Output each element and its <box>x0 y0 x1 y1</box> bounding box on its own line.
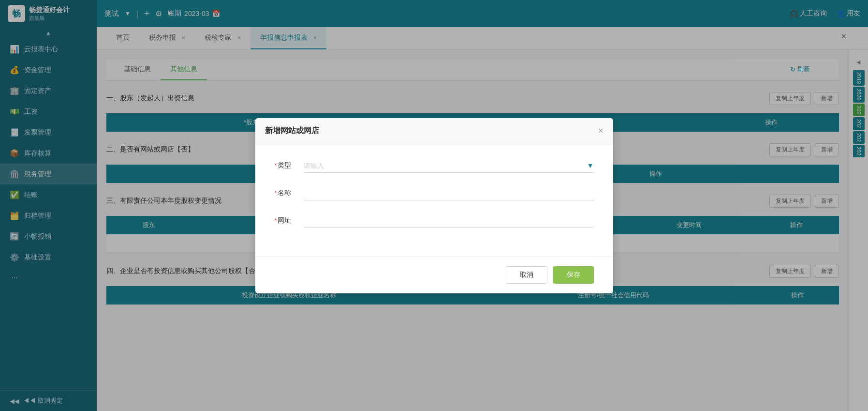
dialog-close-button[interactable]: × <box>598 126 603 136</box>
dialog-body: * 类型 ▼ * 名称 * <box>255 144 613 256</box>
form-row-type: * 类型 ▼ <box>275 159 594 173</box>
type-input[interactable] <box>304 159 594 173</box>
dialog-overlay: 新增网站或网店 × * 类型 ▼ * 名称 <box>0 0 868 411</box>
type-label: * 类型 <box>275 161 304 170</box>
cancel-button[interactable]: 取消 <box>506 266 547 284</box>
form-row-name: * 名称 <box>275 186 594 200</box>
type-input-wrap: ▼ <box>304 159 594 173</box>
name-label: * 名称 <box>275 189 304 198</box>
type-dropdown-icon[interactable]: ▼ <box>587 162 594 169</box>
dialog-header: 新增网站或网店 × <box>255 118 613 144</box>
dialog-title: 新增网站或网店 <box>265 126 319 136</box>
name-input[interactable] <box>304 186 594 200</box>
url-required-mark: * <box>275 217 277 224</box>
add-website-dialog: 新增网站或网店 × * 类型 ▼ * 名称 <box>255 118 613 293</box>
url-input-wrap <box>304 214 594 228</box>
type-required-mark: * <box>275 162 277 169</box>
url-input[interactable] <box>304 214 594 228</box>
url-label: * 网址 <box>275 216 304 225</box>
form-row-url: * 网址 <box>275 214 594 228</box>
name-required-mark: * <box>275 190 277 197</box>
dialog-footer: 取消 保存 <box>255 256 613 293</box>
name-input-wrap <box>304 186 594 200</box>
save-button[interactable]: 保存 <box>553 266 594 284</box>
